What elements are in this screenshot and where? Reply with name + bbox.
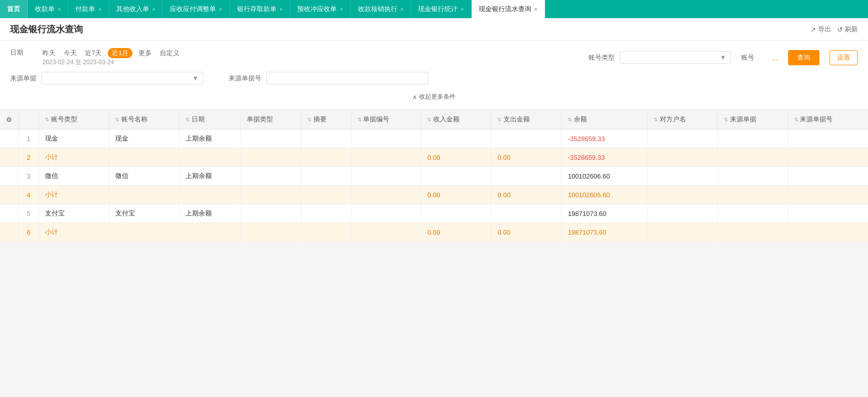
table-col-expense[interactable]: ⇅ 支出金额 — [491, 110, 562, 129]
date-shortcut-1month[interactable]: 近1月 — [108, 48, 132, 58]
row-source-doc-num — [788, 167, 868, 186]
nav-tab-yushouzhong[interactable]: 预收冲应收单 × — [290, 0, 350, 18]
row-counterparty — [647, 148, 717, 167]
row-counterparty — [647, 204, 717, 223]
row-gear — [0, 148, 19, 167]
row-income: 0.00 — [421, 223, 491, 242]
home-label: 首页 — [7, 5, 20, 14]
date-label: 日期 — [10, 48, 35, 57]
account-label: 账号 — [741, 53, 766, 62]
nav-tab-label: 银行存取款单 — [237, 5, 277, 14]
row-gear — [0, 204, 19, 223]
page-title: 现金银行流水查询 — [10, 23, 83, 35]
nav-home[interactable]: 首页 — [0, 0, 28, 18]
nav-tab-xianjinyinhang[interactable]: 现金银行统计 × — [411, 0, 471, 18]
export-icon: ↗ — [810, 26, 816, 33]
table-col-account-type[interactable]: ⇅ 账号类型 — [39, 110, 109, 129]
row-summary — [301, 186, 351, 204]
close-icon[interactable]: × — [58, 6, 61, 12]
row-balance: -3528659.33 — [562, 148, 648, 167]
refresh-button[interactable]: ↺ 刷新 — [837, 25, 858, 34]
row-source-doc — [717, 186, 788, 204]
row-date: 上期余额 — [179, 204, 240, 223]
row-account-name: 支付宝 — [109, 204, 179, 223]
source-doc-num-input[interactable] — [266, 72, 428, 84]
row-date — [179, 148, 240, 167]
export-button[interactable]: ↗ 导出 — [810, 25, 831, 34]
table-col-gear[interactable]: ⚙ — [0, 110, 19, 129]
table-col-account-name[interactable]: ⇅ 账号名称 — [109, 110, 179, 129]
collapse-up-icon: ∧ — [413, 94, 417, 101]
filter-row-2: 来源单据 ▼ 来源单据号 — [10, 72, 858, 84]
gear-icon[interactable]: ⚙ — [6, 116, 12, 123]
date-filter-controls: 昨天 今天 近7天 近1月 更多 自定义 2023-02-24 至 2023-0… — [40, 48, 181, 67]
nav-tab-qitashouru[interactable]: 其他收入单 × — [109, 0, 163, 18]
dropdown-arrow-icon: ▼ — [720, 54, 726, 61]
col-sort-icon: ⇅ — [45, 117, 49, 122]
row-expense — [491, 129, 562, 148]
date-shortcut-more[interactable]: 更多 — [136, 48, 154, 58]
account-type-label: 账号类型 — [588, 53, 615, 62]
collapse-filter-button[interactable]: ∧ 收起更多条件 — [10, 90, 858, 102]
close-icon[interactable]: × — [461, 6, 464, 12]
row-doc-num — [351, 148, 421, 167]
table-col-balance[interactable]: ⇅ 余额 — [562, 110, 648, 129]
date-shortcut-today[interactable]: 今天 — [62, 48, 79, 58]
row-doc-type — [240, 204, 301, 223]
row-source-doc — [717, 204, 788, 223]
row-expense — [491, 204, 562, 223]
row-expense: 0.00 — [491, 186, 562, 204]
date-shortcut-custom[interactable]: 自定义 — [158, 48, 181, 58]
table-col-income[interactable]: ⇅ 收入金额 — [421, 110, 491, 129]
table-col-source-doc-num[interactable]: ⇅ 来源单据号 — [788, 110, 868, 129]
row-counterparty — [647, 129, 717, 148]
table-col-source-doc[interactable]: ⇅ 来源单据 — [717, 110, 788, 129]
collapse-label: 收起更多条件 — [419, 93, 455, 101]
settings-button[interactable]: 设置 — [830, 50, 858, 65]
nav-tab-fukuan[interactable]: 付款单 × — [68, 0, 109, 18]
nav-tab-liushui[interactable]: 现金银行流水查询 × — [472, 0, 545, 18]
nav-tab-shoukuan[interactable]: 收款单 × — [28, 0, 68, 18]
nav-tab-yingshouyingfu[interactable]: 应收应付调整单 × — [163, 0, 230, 18]
close-icon[interactable]: × — [98, 6, 101, 12]
col-sort-icon: ⇅ — [724, 117, 728, 122]
account-more-button[interactable]: ... — [771, 53, 778, 62]
nav-tab-shoukuanhexiao[interactable]: 收款核销执行 × — [351, 0, 411, 18]
row-counterparty — [647, 223, 717, 242]
table-col-doc-num[interactable]: ⇅ 单据编号 — [351, 110, 421, 129]
data-table-container: ⚙ ⇅ 账号类型 ⇅ 账号名称 ⇅ 日期 单据类型 ⇅ 摘要 — [0, 110, 868, 242]
row-income: 0.00 — [421, 148, 491, 167]
row-num: 1 — [19, 129, 39, 148]
query-button[interactable]: 查询 — [788, 50, 819, 65]
close-icon[interactable]: × — [219, 6, 222, 12]
close-icon[interactable]: × — [400, 6, 403, 12]
close-icon[interactable]: × — [280, 6, 283, 12]
filter-row-1: 日期 昨天 今天 近7天 近1月 更多 自定义 2023-02-24 至 202… — [10, 48, 858, 67]
row-gear — [0, 129, 19, 148]
close-icon[interactable]: × — [340, 6, 343, 12]
account-type-select[interactable]: ▼ — [620, 51, 731, 64]
date-shortcut-yesterday[interactable]: 昨天 — [40, 48, 58, 58]
filter-section: 日期 昨天 今天 近7天 近1月 更多 自定义 2023-02-24 至 202… — [0, 41, 868, 110]
row-doc-type — [240, 148, 301, 167]
col-sort-icon: ⇅ — [307, 117, 311, 122]
table-col-date[interactable]: ⇅ 日期 — [179, 110, 240, 129]
nav-tab-yinhangcunqu[interactable]: 银行存取款单 × — [230, 0, 290, 18]
table-col-counterparty[interactable]: ⇅ 对方户名 — [647, 110, 717, 129]
row-date — [179, 186, 240, 204]
data-table: ⚙ ⇅ 账号类型 ⇅ 账号名称 ⇅ 日期 单据类型 ⇅ 摘要 — [0, 110, 868, 242]
row-summary — [301, 204, 351, 223]
nav-tab-label: 付款单 — [75, 5, 95, 14]
row-balance: 100102606.60 — [562, 167, 648, 186]
table-col-summary[interactable]: ⇅ 摘要 — [301, 110, 351, 129]
close-icon[interactable]: × — [152, 6, 155, 12]
row-account-name: 微信 — [109, 167, 179, 186]
row-expense: 0.00 — [491, 223, 562, 242]
row-expense — [491, 167, 562, 186]
table-row: 5 支付宝 支付宝 上期余额 19871073.60 — [0, 204, 868, 223]
date-shortcut-7days[interactable]: 近7天 — [83, 48, 104, 58]
close-icon[interactable]: × — [534, 6, 537, 12]
row-account-name — [109, 186, 179, 204]
source-doc-select[interactable]: ▼ — [41, 72, 203, 84]
table-row: 3 微信 微信 上期余额 100102606.60 — [0, 167, 868, 186]
